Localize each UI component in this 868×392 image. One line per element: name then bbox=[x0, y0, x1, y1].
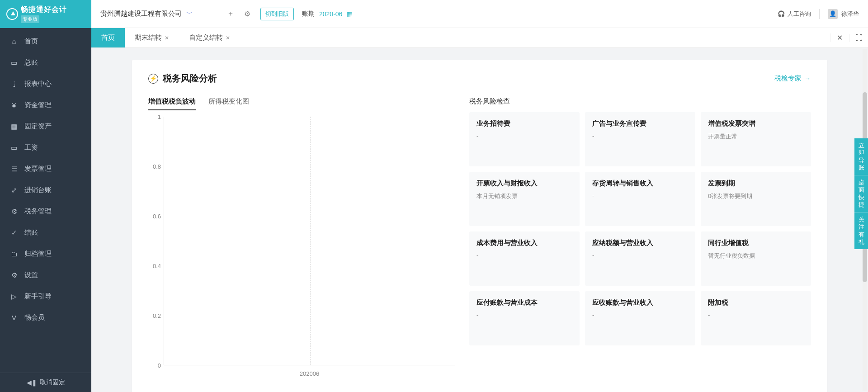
brand-title: 畅捷通好会计 bbox=[21, 5, 67, 14]
risk-card[interactable]: 开票收入与财报收入本月无销项发票 bbox=[469, 172, 580, 226]
sidebar-item-guide[interactable]: ▷新手引导 bbox=[0, 286, 91, 307]
risk-card-desc: - bbox=[592, 132, 688, 139]
risk-card[interactable]: 增值税发票突增开票量正常 bbox=[701, 112, 811, 166]
sidebar-item-archive[interactable]: 🗀归档管理 bbox=[0, 243, 91, 264]
close-all-tabs-button[interactable]: ✕ bbox=[830, 33, 849, 42]
sidebar-item-fixed-assets[interactable]: ▦固定资产 bbox=[0, 116, 91, 137]
risk-card-desc: - bbox=[476, 252, 572, 259]
x-tick: 202006 bbox=[300, 370, 319, 377]
risk-card-desc: 本月无销项发票 bbox=[476, 192, 572, 200]
float-tab-import[interactable]: 立即导账 bbox=[854, 138, 868, 175]
risk-card-title: 应收账款与营业收入 bbox=[592, 298, 688, 307]
plus-icon[interactable]: ＋ bbox=[227, 9, 234, 19]
chart-icon: ⭭ bbox=[10, 80, 18, 88]
sidebar-item-funds[interactable]: ¥资金管理 bbox=[0, 94, 91, 116]
risk-card-desc: 0张发票将要到期 bbox=[708, 192, 804, 200]
vat-chart: 00.20.40.60.81 202006 bbox=[148, 117, 455, 379]
risk-card[interactable]: 应收账款与营业收入- bbox=[585, 291, 695, 345]
user-menu[interactable]: 👤 徐泽华 bbox=[828, 9, 859, 19]
tab[interactable]: 首页 bbox=[91, 28, 125, 47]
tab[interactable]: 期末结转✕ bbox=[125, 28, 179, 47]
sidebar-item-label: 畅会员 bbox=[24, 313, 45, 322]
risk-card[interactable]: 成本费用与营业收入- bbox=[469, 231, 580, 286]
sidebar-item-label: 工资 bbox=[24, 143, 38, 152]
risk-card-title: 存货周转与销售收入 bbox=[592, 179, 688, 188]
sidebar-item-label: 首页 bbox=[24, 37, 38, 46]
risk-card-desc: - bbox=[476, 132, 572, 139]
sidebar-item-ledger[interactable]: ▭总账 bbox=[0, 52, 91, 73]
tab-label: 首页 bbox=[101, 33, 115, 42]
float-tab-follow[interactable]: 关注有礼 bbox=[854, 213, 868, 249]
sub-tab-income-tax[interactable]: 所得税变化图 bbox=[208, 97, 249, 110]
support-link[interactable]: 🎧 人工咨询 bbox=[778, 10, 811, 18]
sidebar-item-member[interactable]: V畅会员 bbox=[0, 307, 91, 328]
sidebar-item-salary[interactable]: ▭工资 bbox=[0, 137, 91, 158]
risk-card[interactable]: 同行业增值税暂无行业税负数据 bbox=[701, 231, 811, 286]
unpin-icon: ◀❚ bbox=[27, 379, 37, 386]
fullscreen-button[interactable]: ⛶ bbox=[849, 34, 868, 42]
user-name: 徐泽华 bbox=[841, 10, 859, 18]
play-icon: ▷ bbox=[10, 293, 18, 301]
old-version-button[interactable]: 切到旧版 bbox=[260, 8, 294, 20]
risk-card[interactable]: 业务招待费- bbox=[469, 112, 580, 166]
headset-icon: 🎧 bbox=[778, 10, 785, 17]
sub-tab-vat[interactable]: 增值税税负波动 bbox=[148, 97, 196, 110]
tax-icon: ⚙ bbox=[10, 208, 18, 216]
period-value[interactable]: 2020-06 bbox=[319, 10, 342, 18]
sidebar-unpin[interactable]: ◀❚ 取消固定 bbox=[0, 373, 91, 392]
brand: 畅捷通好会计 专业版 bbox=[0, 0, 91, 28]
tax-expert-link[interactable]: 税检专家 → bbox=[774, 74, 811, 83]
sidebar-item-reports[interactable]: ⭭报表中心 bbox=[0, 73, 91, 94]
sidebar-item-label: 进销台账 bbox=[24, 186, 52, 194]
sidebar-item-home[interactable]: ⌂首页 bbox=[0, 31, 91, 52]
bolt-icon: ⚡ bbox=[148, 74, 158, 84]
sidebar-item-label: 总账 bbox=[24, 58, 38, 67]
close-icon[interactable]: ✕ bbox=[165, 35, 169, 41]
risk-card-title: 应纳税额与营业收入 bbox=[592, 239, 688, 247]
risk-card-desc: - bbox=[708, 312, 804, 318]
tabbar: 首页期末结转✕自定义结转✕ ✕ ⛶ bbox=[91, 28, 868, 48]
risk-card[interactable]: 广告与业务宣传费- bbox=[585, 112, 695, 166]
risk-card-desc: - bbox=[592, 192, 688, 199]
ledger-icon: ▭ bbox=[10, 59, 18, 67]
support-label: 人工咨询 bbox=[788, 10, 811, 18]
risk-card-title: 增值税发票突增 bbox=[708, 119, 804, 128]
risk-card-title: 开票收入与财报收入 bbox=[476, 179, 572, 188]
vip-icon: V bbox=[10, 314, 18, 322]
sidebar-unpin-label: 取消固定 bbox=[40, 378, 65, 387]
risk-card[interactable]: 应付账款与营业成本- bbox=[469, 291, 580, 345]
calendar-icon[interactable]: ▦ bbox=[347, 10, 353, 18]
sidebar-item-invoice[interactable]: ☰发票管理 bbox=[0, 158, 91, 179]
gear-icon[interactable]: ⚙ bbox=[244, 9, 250, 18]
risk-card[interactable]: 存货周转与销售收入- bbox=[585, 172, 695, 226]
panel-title: 税务风险分析 bbox=[163, 72, 217, 85]
sidebar-item-label: 税务管理 bbox=[24, 207, 52, 216]
close-icon[interactable]: ✕ bbox=[226, 35, 230, 41]
sidebar-item-inout[interactable]: ⤢进销台账 bbox=[0, 179, 91, 201]
asset-icon: ▦ bbox=[10, 123, 18, 131]
y-tick: 0 bbox=[158, 362, 161, 369]
avatar-icon: 👤 bbox=[828, 9, 838, 19]
sidebar-item-label: 设置 bbox=[24, 271, 38, 279]
org-selector[interactable]: 贵州腾越建设工程有限公司 ﹀ bbox=[100, 9, 227, 18]
sidebar-item-tax[interactable]: ⚙税务管理 bbox=[0, 201, 91, 222]
period-label: 账期 bbox=[302, 10, 315, 18]
risk-card[interactable]: 附加税- bbox=[701, 291, 811, 345]
float-tab-shortcut[interactable]: 桌面快捷 bbox=[854, 175, 868, 213]
sidebar-item-closing[interactable]: ✓结账 bbox=[0, 222, 91, 243]
risk-card[interactable]: 应纳税额与营业收入- bbox=[585, 231, 695, 286]
y-tick: 1 bbox=[158, 113, 161, 120]
sidebar-item-settings[interactable]: ⚙设置 bbox=[0, 264, 91, 286]
salary-icon: ▭ bbox=[10, 144, 18, 152]
sidebar-item-label: 发票管理 bbox=[24, 165, 52, 173]
side-nav: ⌂首页 ▭总账 ⭭报表中心 ¥资金管理 ▦固定资产 ▭工资 ☰发票管理 ⤢进销台… bbox=[0, 28, 91, 373]
y-tick: 0.8 bbox=[153, 163, 161, 170]
risk-card-desc: 开票量正常 bbox=[708, 132, 804, 141]
sidebar-item-label: 结账 bbox=[24, 228, 38, 237]
float-tabs: 立即导账 桌面快捷 关注有礼 bbox=[854, 138, 868, 249]
tab[interactable]: 自定义结转✕ bbox=[179, 28, 240, 47]
risk-card-desc: 暂无行业税负数据 bbox=[708, 252, 804, 260]
chart-area: 增值税税负波动 所得税变化图 00.20.40.60.81 202006 bbox=[148, 97, 460, 379]
divider bbox=[819, 9, 820, 19]
risk-card[interactable]: 发票到期0张发票将要到期 bbox=[701, 172, 811, 226]
